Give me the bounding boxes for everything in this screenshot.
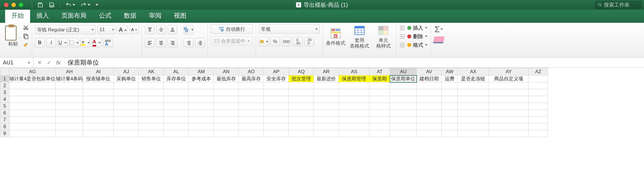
font-size-select[interactable]: 11 [97, 25, 116, 34]
cell[interactable] [264, 82, 289, 89]
cell[interactable] [289, 96, 314, 103]
column-header[interactable]: AT [369, 68, 390, 75]
cell[interactable] [264, 116, 289, 123]
row-header[interactable]: 5 [0, 103, 9, 110]
cell[interactable] [339, 89, 369, 96]
cell[interactable] [489, 82, 529, 89]
row-header[interactable]: 1 [0, 75, 9, 82]
tab-home[interactable]: 开始 [5, 9, 30, 23]
cell[interactable] [339, 123, 369, 130]
cell[interactable] [339, 130, 369, 137]
cell[interactable] [164, 103, 189, 110]
cell[interactable] [189, 103, 214, 110]
cell[interactable]: 保质期单位 [390, 75, 417, 82]
cell[interactable] [390, 130, 417, 137]
cell[interactable] [214, 96, 239, 103]
cell[interactable] [489, 130, 529, 137]
cell[interactable] [9, 82, 56, 89]
cell[interactable] [369, 96, 390, 103]
cell[interactable] [264, 123, 289, 130]
cell[interactable] [489, 96, 529, 103]
cell[interactable] [164, 110, 189, 116]
cell[interactable] [390, 96, 417, 103]
cell[interactable]: 报表辅单位 [83, 75, 114, 82]
cell[interactable] [417, 123, 442, 130]
cell[interactable]: 建档日期 [417, 75, 442, 82]
cell[interactable] [83, 82, 114, 89]
cell[interactable] [390, 82, 417, 89]
cell[interactable] [239, 82, 264, 89]
cell[interactable]: 保质期管理 [339, 75, 369, 82]
cell[interactable] [189, 82, 214, 89]
cell[interactable] [9, 116, 56, 123]
cell[interactable] [390, 116, 417, 123]
cell[interactable] [417, 110, 442, 116]
cell[interactable] [314, 116, 339, 123]
cell[interactable] [189, 123, 214, 130]
cell[interactable] [264, 110, 289, 116]
cell[interactable] [417, 96, 442, 103]
cell[interactable] [314, 130, 339, 137]
paste-dropdown[interactable] [18, 37, 21, 39]
cell[interactable] [9, 123, 56, 130]
qat-redo[interactable] [80, 2, 90, 8]
format-as-table-button[interactable]: 套用 表格格式 [350, 24, 369, 49]
cell[interactable] [56, 130, 83, 137]
fx-icon[interactable]: fx [56, 60, 61, 66]
cell[interactable] [458, 103, 489, 110]
paste-label[interactable]: 粘贴 [8, 41, 18, 47]
cell[interactable] [529, 110, 548, 116]
copy-button[interactable] [23, 33, 29, 39]
cell[interactable] [289, 89, 314, 96]
cell[interactable] [114, 130, 139, 137]
cancel-formula-button[interactable]: ✕ [38, 60, 42, 66]
cell[interactable] [458, 130, 489, 137]
cell[interactable] [489, 110, 529, 116]
column-header[interactable]: AN [214, 68, 239, 75]
cell[interactable] [9, 103, 56, 110]
cell[interactable] [489, 103, 529, 110]
orientation-button[interactable]: ab [184, 25, 193, 34]
cell[interactable] [529, 116, 548, 123]
cell[interactable] [239, 96, 264, 103]
cell[interactable] [139, 130, 164, 137]
format-cells-button[interactable]: 格式 [399, 42, 428, 48]
cell[interactable] [339, 110, 369, 116]
tab-insert[interactable]: 插入 [30, 9, 55, 23]
cell[interactable] [442, 123, 458, 130]
column-header[interactable]: AK [139, 68, 164, 75]
cell[interactable] [164, 130, 189, 137]
cell[interactable] [314, 103, 339, 110]
column-header[interactable]: AY [489, 68, 529, 75]
cell[interactable] [214, 89, 239, 96]
cell[interactable] [239, 110, 264, 116]
decrease-font-size[interactable]: A▼ [129, 25, 139, 34]
cell[interactable] [458, 89, 489, 96]
row-header[interactable]: 2 [0, 82, 9, 89]
tab-page-layout[interactable]: 页面布局 [55, 9, 93, 23]
cell[interactable] [139, 110, 164, 116]
cell[interactable] [239, 103, 264, 110]
cell[interactable] [83, 116, 114, 123]
cell[interactable] [114, 103, 139, 110]
cell[interactable] [417, 89, 442, 96]
cell[interactable] [56, 103, 83, 110]
formula-input[interactable]: 保质期单位 [65, 58, 644, 67]
cell[interactable]: 最高库存 [239, 75, 264, 82]
cell[interactable] [9, 96, 56, 103]
cell[interactable]: 库存单位 [164, 75, 189, 82]
cell[interactable] [239, 123, 264, 130]
enter-formula-button[interactable]: ✓ [47, 60, 51, 66]
cell[interactable] [458, 116, 489, 123]
row-header[interactable]: 8 [0, 123, 9, 130]
cell[interactable] [442, 110, 458, 116]
cell[interactable]: 辅计量4条码 [56, 75, 83, 82]
cell[interactable] [369, 103, 390, 110]
cell[interactable] [114, 89, 139, 96]
row-header[interactable]: 9 [0, 130, 9, 137]
increase-decimal[interactable]: .0.00 [293, 37, 303, 46]
align-bottom[interactable] [168, 25, 177, 34]
cell[interactable] [189, 96, 214, 103]
cell[interactable] [264, 130, 289, 137]
format-painter-button[interactable] [23, 42, 29, 48]
